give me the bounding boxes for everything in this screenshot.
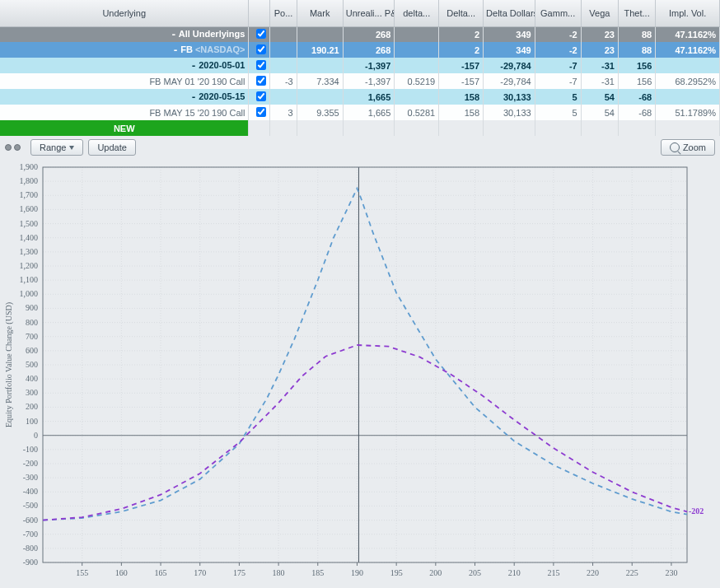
row-checkbox[interactable]	[256, 76, 266, 86]
row-label: FB MAY 01 '20 190 Call	[149, 77, 245, 86]
column-header[interactable]: Delta...	[439, 0, 484, 26]
y-tick: 1,200	[20, 261, 39, 270]
x-tick: 200	[429, 568, 442, 577]
data-cell: -7	[535, 58, 581, 73]
collapse-icon[interactable]: -	[190, 91, 197, 102]
column-header[interactable]: Impl. Vol.	[656, 0, 720, 26]
data-cell: 51.1789%	[656, 105, 720, 120]
column-header[interactable]	[249, 0, 270, 26]
x-tick: 195	[390, 568, 403, 577]
grid	[43, 167, 687, 562]
data-cell: -31	[581, 73, 618, 89]
column-header[interactable]: delta...	[395, 0, 439, 26]
data-cell: 5	[535, 89, 581, 105]
y-tick: 800	[26, 318, 38, 327]
data-cell	[439, 120, 484, 136]
x-tick: 230	[665, 568, 677, 577]
x-tick: 160	[115, 568, 128, 577]
data-cell	[270, 58, 297, 73]
column-header[interactable]: Unreali... P&L	[343, 0, 395, 26]
data-cell: 2	[439, 26, 484, 42]
data-cell	[297, 89, 343, 105]
chevron-down-icon	[69, 146, 74, 150]
data-cell: 158	[439, 105, 484, 120]
checkbox-cell	[249, 42, 270, 58]
checkbox-cell	[249, 26, 270, 42]
underlying-cell[interactable]: -All Underlyings	[0, 26, 249, 42]
update-button[interactable]: Update	[88, 139, 135, 156]
column-header[interactable]: Gamm...	[535, 0, 581, 26]
collapse-icon[interactable]: -	[190, 60, 197, 71]
collapse-icon[interactable]: -	[171, 29, 177, 40]
range-button[interactable]: Range	[30, 139, 83, 156]
column-header[interactable]: Underlying	[0, 0, 249, 26]
underlying-cell[interactable]: FB MAY 01 '20 190 Call	[0, 73, 249, 89]
pnl-chart[interactable]: Equity Portfolio Value Change (USD)-900-…	[0, 159, 720, 587]
data-cell: 156	[618, 73, 655, 89]
underlying-cell[interactable]: NEW	[0, 120, 249, 136]
data-cell: -68	[618, 105, 655, 120]
row-checkbox[interactable]	[256, 44, 266, 54]
data-cell: 47.1162%	[656, 26, 720, 42]
x-tick: 215	[547, 568, 559, 577]
data-cell	[270, 120, 297, 136]
magnifier-icon	[670, 142, 680, 152]
row-label: FB	[180, 44, 193, 54]
row-label: NEW	[114, 124, 135, 133]
data-cell: 68.2952%	[656, 73, 720, 89]
data-cell	[297, 26, 343, 42]
data-cell: -7	[535, 73, 581, 89]
data-cell: 9.355	[297, 105, 343, 120]
data-cell: -3	[270, 73, 297, 89]
underlying-cell[interactable]: -FB <NASDAQ>	[0, 42, 249, 58]
column-header[interactable]: Mark	[297, 0, 343, 26]
row-label: 2020-05-15	[199, 91, 245, 101]
data-cell	[270, 26, 297, 42]
table-row: -All Underlyings2682349-2238847.1162%	[0, 26, 720, 42]
x-tick: 165	[155, 568, 167, 577]
x-tick: 180	[273, 568, 285, 577]
row-label: 2020-05-01	[199, 60, 245, 70]
x-tick: 205	[469, 568, 481, 577]
column-header[interactable]: Vega	[581, 0, 618, 26]
x-tick: 190	[351, 568, 363, 577]
y-tick: -300	[23, 473, 38, 482]
data-cell: 23	[581, 42, 618, 58]
column-header[interactable]: Po...	[270, 0, 297, 26]
data-cell: 349	[484, 42, 535, 58]
y-tick: -500	[23, 501, 38, 510]
table-row: -FB <NASDAQ>190.212682349-2238847.1162%	[0, 42, 720, 58]
row-checkbox[interactable]	[256, 107, 266, 117]
data-cell: 54	[581, 105, 618, 120]
underlying-cell[interactable]: FB MAY 15 '20 190 Call	[0, 105, 249, 120]
data-cell: 23	[581, 26, 618, 42]
data-cell: -2	[535, 42, 581, 58]
data-cell: 349	[484, 26, 535, 42]
data-cell	[395, 120, 439, 136]
data-cell: -2	[535, 26, 581, 42]
collapse-icon[interactable]: -	[172, 44, 179, 55]
data-cell: 54	[581, 89, 618, 105]
column-header[interactable]: Thet...	[618, 0, 655, 26]
x-tick: 155	[76, 568, 88, 577]
underlying-cell[interactable]: -2020-05-15	[0, 89, 249, 105]
row-label: All Underlyings	[179, 29, 245, 39]
data-cell	[297, 120, 343, 136]
dot	[14, 144, 21, 151]
table-row[interactable]: NEW	[0, 120, 720, 136]
y-tick: 1,300	[20, 247, 39, 256]
row-checkbox[interactable]	[256, 60, 266, 70]
row-checkbox[interactable]	[256, 91, 266, 101]
y-tick: -400	[23, 487, 38, 496]
row-checkbox[interactable]	[256, 29, 266, 39]
data-cell: 47.1162%	[656, 42, 720, 58]
toolbar: Range Update Zoom	[0, 136, 720, 159]
column-header[interactable]: Delta Dollars	[484, 0, 535, 26]
y-tick: 1,800	[20, 176, 39, 185]
data-cell	[535, 120, 581, 136]
data-cell: -157	[439, 73, 484, 89]
underlying-cell[interactable]: -2020-05-01	[0, 58, 249, 73]
y-tick: 500	[26, 360, 38, 369]
zoom-button[interactable]: Zoom	[661, 139, 715, 156]
data-cell: 88	[618, 42, 655, 58]
